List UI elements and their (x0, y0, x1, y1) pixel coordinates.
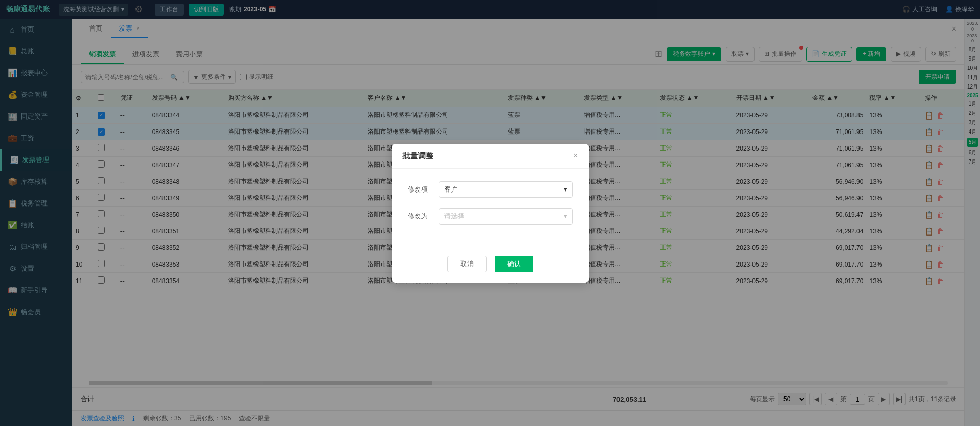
modify-field-value: 客户 (444, 185, 458, 194)
batch-adjust-modal: 批量调整 × 修改项 客户 ▾ 修改为 请选择 ▾ 取消 确认 (392, 144, 589, 283)
modal-header: 批量调整 × (392, 144, 589, 169)
modal-close-button[interactable]: × (573, 151, 578, 160)
modal-overlay[interactable]: 批量调整 × 修改项 客户 ▾ 修改为 请选择 ▾ 取消 确认 (0, 0, 980, 426)
modal-title: 批量调整 (402, 151, 433, 161)
modal-cancel-button[interactable]: 取消 (447, 256, 487, 272)
modal-confirm-button[interactable]: 确认 (495, 256, 533, 272)
modify-field-label: 修改项 (408, 185, 439, 194)
modify-field-row: 修改项 客户 ▾ (408, 181, 573, 198)
modify-field-chevron-icon: ▾ (564, 185, 567, 193)
modify-value-label: 修改为 (408, 212, 439, 221)
modify-value-select[interactable]: 请选择 ▾ (439, 208, 573, 225)
modal-body: 修改项 客户 ▾ 修改为 请选择 ▾ (392, 169, 589, 247)
modal-footer: 取消 确认 (392, 247, 589, 283)
modify-field-select[interactable]: 客户 ▾ (439, 181, 573, 198)
modify-value-chevron-icon: ▾ (564, 212, 567, 220)
modify-value-placeholder: 请选择 (444, 212, 464, 221)
modify-value-row: 修改为 请选择 ▾ (408, 208, 573, 225)
